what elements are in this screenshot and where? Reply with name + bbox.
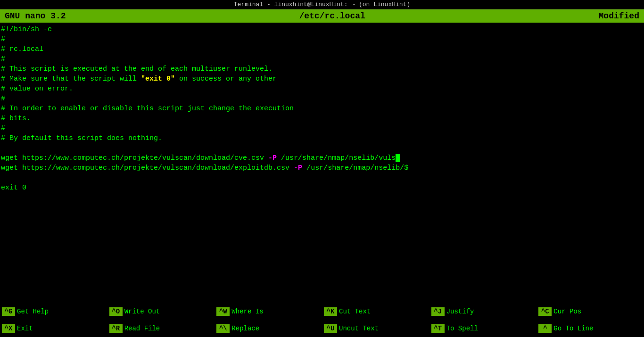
- line-9: # In order to enable or disable this scr…: [0, 104, 644, 114]
- line-4: #: [0, 54, 644, 64]
- shortcut-cut-text[interactable]: ^K Cut Text: [322, 303, 429, 320]
- line-10: # bits.: [0, 114, 644, 123]
- header-bar: GNU nano 3.2 /etc/rc.local Modified: [0, 9, 644, 23]
- shortcut-key-x: ^X: [2, 324, 15, 333]
- header-right: Modified: [599, 11, 639, 21]
- shortcut-key-c: ^C: [538, 307, 552, 316]
- line-14: wget https://www.computec.ch/projekte/vu…: [0, 153, 644, 163]
- shortcut-label-cut-text: Cut Text: [339, 308, 371, 315]
- line-15: wget https://www.computec.ch/projekte/vu…: [0, 163, 644, 173]
- header-left: GNU nano 3.2: [5, 11, 66, 21]
- shortcut-replace[interactable]: ^\ Replace: [215, 320, 322, 337]
- line-1: #!/bin/sh -e: [0, 25, 644, 34]
- line-13: [0, 143, 644, 153]
- shortcut-key-j: ^J: [431, 307, 445, 316]
- shortcut-label-justify: Justify: [446, 308, 474, 315]
- title-bar: Terminal - linuxhint@LinuxHint: ~ (on Li…: [0, 0, 644, 9]
- shortcut-cur-pos[interactable]: ^C Cur Pos: [537, 303, 644, 320]
- shortcut-get-help[interactable]: ^G Get Help: [0, 303, 107, 320]
- shortcuts-bar: ^G Get Help ^O Write Out ^W Where Is ^K …: [0, 303, 644, 337]
- shortcut-key-k: ^K: [324, 307, 337, 316]
- shortcut-label-exit: Exit: [17, 325, 33, 332]
- shortcut-label-where-is: Where Is: [231, 308, 263, 315]
- shortcut-label-get-help: Get Help: [17, 308, 49, 315]
- shortcut-key-u: ^U: [324, 324, 337, 333]
- line-2: #: [0, 34, 644, 44]
- line-11: #: [0, 123, 644, 133]
- shortcut-key-r: ^R: [109, 324, 123, 333]
- line-16: [0, 173, 644, 183]
- shortcut-key-backslash: ^\: [216, 324, 230, 333]
- shortcut-key-g: ^G: [2, 307, 15, 316]
- shortcut-label-go-to-line: Go To Line: [553, 325, 593, 332]
- line-8: #: [0, 94, 644, 104]
- shortcut-read-file[interactable]: ^R Read File: [107, 320, 215, 337]
- shortcut-key-caret: ^: [538, 324, 552, 333]
- shortcut-write-out[interactable]: ^O Write Out: [107, 303, 215, 320]
- shortcut-label-uncut-text: Uncut Text: [339, 325, 379, 332]
- shortcut-go-to-line[interactable]: ^ Go To Line: [537, 320, 644, 337]
- line-12: # By default this script does nothing.: [0, 133, 644, 143]
- line-7: # value on error.: [0, 84, 644, 94]
- header-center: /etc/rc.local: [299, 11, 365, 21]
- title-text: Terminal - linuxhint@LinuxHint: ~ (on Li…: [234, 1, 410, 8]
- line-5: # This script is executed at the end of …: [0, 64, 644, 74]
- line-6: # Make sure that the script will "exit 0…: [0, 74, 644, 84]
- shortcut-to-spell[interactable]: ^T To Spell: [429, 320, 537, 337]
- shortcut-label-to-spell: To Spell: [446, 325, 478, 332]
- shortcut-where-is[interactable]: ^W Where Is: [215, 303, 322, 320]
- shortcut-exit[interactable]: ^X Exit: [0, 320, 107, 337]
- line-17: exit 0: [0, 183, 644, 193]
- line-3: # rc.local: [0, 44, 644, 54]
- shortcut-label-replace: Replace: [231, 325, 259, 332]
- shortcut-key-w: ^W: [216, 307, 230, 316]
- shortcut-label-cur-pos: Cur Pos: [553, 308, 581, 315]
- shortcut-justify[interactable]: ^J Justify: [429, 303, 537, 320]
- shortcut-label-read-file: Read File: [124, 325, 160, 332]
- shortcut-uncut-text[interactable]: ^U Uncut Text: [322, 320, 429, 337]
- shortcut-label-write-out: Write Out: [124, 308, 160, 315]
- shortcut-key-t: ^T: [431, 324, 445, 333]
- shortcut-key-o: ^O: [109, 307, 123, 316]
- editor-area[interactable]: #!/bin/sh -e # # rc.local # # This scrip…: [0, 23, 644, 303]
